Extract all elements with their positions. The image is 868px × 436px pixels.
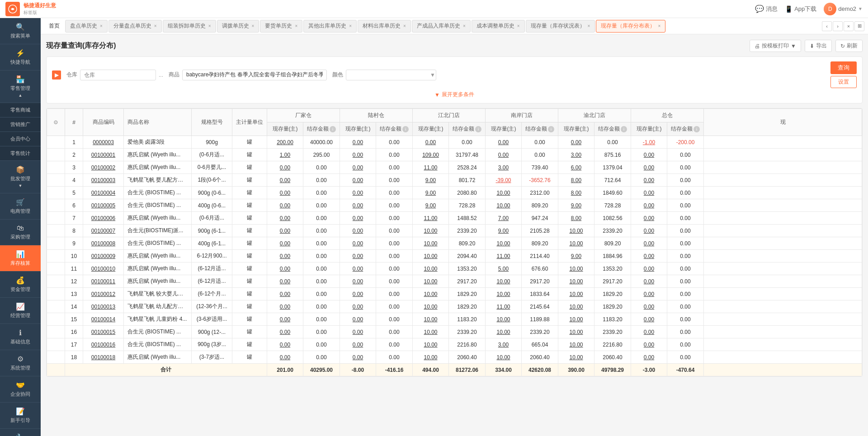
sidebar-item-finance[interactable]: 💰 资金管理	[0, 272, 41, 298]
table-row: 6 00100005 合生元 (BIOSTIME) ... 400g (0-6.…	[47, 199, 862, 212]
cell-jiangbei-money: 809.20	[449, 237, 486, 250]
color-dropdown-icon[interactable]: ▼	[430, 72, 435, 78]
info-icon-5[interactable]: i	[621, 126, 627, 132]
user-avatar[interactable]: D demo2 ▼	[824, 3, 863, 15]
cell-nanan-current: 7.00	[486, 212, 522, 225]
search-btn[interactable]: 查询	[830, 61, 857, 74]
cell-name: 惠氏启赋 (Wyeth illu...	[124, 351, 192, 364]
cell-code: 00100005	[83, 199, 124, 212]
sidebar-item-purchase[interactable]: 🛍 采购管理	[0, 220, 41, 245]
cell-changjia-money: 0.00	[303, 313, 340, 326]
cell-extra	[704, 263, 862, 275]
cell-index: 8	[65, 225, 83, 237]
cell-extra	[704, 300, 862, 313]
tab-other-outbound[interactable]: 其他出库单历史 ×	[303, 20, 357, 33]
cell-jiangbei-money: 1829.20	[449, 288, 486, 300]
cell-index: 18	[65, 351, 83, 364]
cell-extra	[704, 275, 862, 288]
cell-index: 1	[65, 136, 83, 149]
export-btn[interactable]: ⬇ 导出	[805, 40, 832, 52]
info-icon-1[interactable]: i	[330, 126, 336, 132]
summary-jiangbei-current: 494.00	[413, 364, 449, 376]
info-icon-4[interactable]: i	[548, 126, 554, 132]
sidebar-item-guide[interactable]: 📝 新手引导	[0, 403, 41, 429]
cell-total-current: 0.00	[631, 149, 667, 161]
cell-extra	[704, 237, 862, 250]
sidebar-item-wholesale[interactable]: 📦 批发管理 ▼	[0, 161, 41, 193]
sidebar-item-retail[interactable]: 🏪 零售管理 ▲	[0, 70, 41, 103]
cell-index: 16	[65, 326, 83, 338]
refresh-btn[interactable]: ↻ 刷新	[835, 40, 863, 52]
cell-changjia-money: 0.00	[303, 288, 340, 300]
cell-code: 00100006	[83, 212, 124, 225]
warehouse-input[interactable]	[80, 70, 156, 80]
sidebar-item-retail-mall[interactable]: 零售商城	[0, 103, 41, 117]
app-download-btn[interactable]: 📱 App下载	[785, 5, 816, 13]
main-content: 现存量查询(库存分布) 🖨 按模板打印 ▼ ⬇ 导出 ↻ 刷新 ▶ 仓库 .	[41, 34, 868, 436]
tab-finished-goods[interactable]: 产成品入库单历史 ×	[412, 20, 471, 33]
nav-prev[interactable]: ‹	[822, 21, 832, 31]
nav-next[interactable]: ›	[833, 21, 843, 31]
cell-jiangbei-money: 2080.80	[449, 187, 486, 199]
filter-toggle-btn[interactable]: ▶	[52, 70, 61, 80]
logo-text: 畅捷通好生意 标签版	[24, 2, 56, 16]
cell-jiangbei-money: 2339.20	[449, 326, 486, 338]
nav-close[interactable]: ×	[844, 21, 854, 31]
sidebar-item-basics[interactable]: ℹ 基础信息	[0, 324, 41, 350]
cell-settings	[47, 351, 65, 364]
tab-requisition[interactable]: 要货单历史 ×	[260, 20, 302, 33]
sidebar-item-member[interactable]: 会员中心	[0, 132, 41, 146]
sidebar-item-retail-stats[interactable]: 零售统计	[0, 146, 41, 161]
cell-settings	[47, 174, 65, 187]
tab-stock-distribution[interactable]: 现存量（库存分布表） ×	[596, 20, 665, 33]
tab-home[interactable]: 首页	[44, 20, 64, 33]
cell-jiangbei-current: 9.00	[413, 187, 449, 199]
cell-nanan-current: 10.00	[486, 199, 522, 212]
warehouse-dots[interactable]: ...	[159, 72, 163, 78]
cell-changjia-current: 0.00	[267, 263, 303, 275]
color-input[interactable]	[346, 70, 436, 80]
messages-btn[interactable]: 💬 消息	[755, 5, 778, 13]
cell-nanan-money: 0.00	[522, 136, 558, 149]
sidebar-item-operations[interactable]: 📈 经营管理	[0, 298, 41, 324]
tab-transfer[interactable]: 调拨单历史 ×	[217, 20, 259, 33]
cell-jiangbei-money: 1829.20	[449, 300, 486, 313]
print-dropdown-icon: ▼	[791, 43, 796, 49]
setting-btn[interactable]: 设置	[830, 76, 857, 88]
info-icon-6[interactable]: i	[693, 126, 700, 132]
cell-changjia-current: 0.00	[267, 275, 303, 288]
sidebar-item-system[interactable]: ⚙ 系统管理	[0, 350, 41, 376]
filter-expand-btn[interactable]: ▼ 展开更多条件	[434, 91, 474, 98]
cell-total-current: 0.00	[631, 288, 667, 300]
cell-changjia-current: 0.00	[267, 187, 303, 199]
cell-lucun-money: 0.00	[376, 136, 413, 149]
sidebar-item-collab[interactable]: 🤝 企业协同	[0, 376, 41, 403]
tab-stock-status[interactable]: 现存量（库存状况表） ×	[526, 20, 595, 33]
cell-settings	[47, 225, 65, 237]
nav-expand[interactable]: ⊞	[854, 21, 864, 31]
cell-lucun-money: 0.00	[376, 351, 413, 364]
cell-spec: (6-12月适...	[192, 263, 232, 275]
info-icon-3[interactable]: i	[475, 126, 481, 132]
cell-index: 4	[65, 174, 83, 187]
tab-stocktake-history[interactable]: 盘点单历史 ×	[65, 20, 108, 33]
settings-gear-icon[interactable]: ⚙	[52, 118, 61, 127]
goods-input[interactable]	[182, 70, 327, 80]
cell-code: 00100014	[83, 313, 124, 326]
cell-lucun-current: 0.00	[340, 351, 376, 364]
sidebar-item-quicknav[interactable]: ⚡ 快捷导航	[0, 44, 41, 70]
cell-lucun-money: 0.00	[376, 161, 413, 174]
info-icon-2[interactable]: i	[402, 126, 409, 132]
print-btn[interactable]: 🖨 按模板打印 ▼	[750, 40, 801, 52]
tab-cost-adjust[interactable]: 成本调整单历史 ×	[472, 20, 525, 33]
tab-assembly[interactable]: 组装拆卸单历史 ×	[163, 20, 216, 33]
tab-material-outbound[interactable]: 材料出库单历史 ×	[358, 20, 411, 33]
tab-partial-stocktake[interactable]: 分量盘点单历史 ×	[108, 20, 162, 33]
sidebar-item-ecommerce[interactable]: 🛒 电商管理	[0, 193, 41, 220]
sidebar-item-inventory[interactable]: 📊 库存核算	[0, 245, 41, 272]
sidebar-item-search[interactable]: 🔍 搜索英单	[0, 18, 41, 44]
th-yubei-current: 现存量(主)	[558, 122, 594, 136]
sidebar-item-marketing[interactable]: 营销推广	[0, 117, 41, 132]
title-actions: 🖨 按模板打印 ▼ ⬇ 导出 ↻ 刷新	[750, 40, 863, 52]
sidebar-item-appstore[interactable]: 🔧 应用中心	[0, 429, 41, 436]
